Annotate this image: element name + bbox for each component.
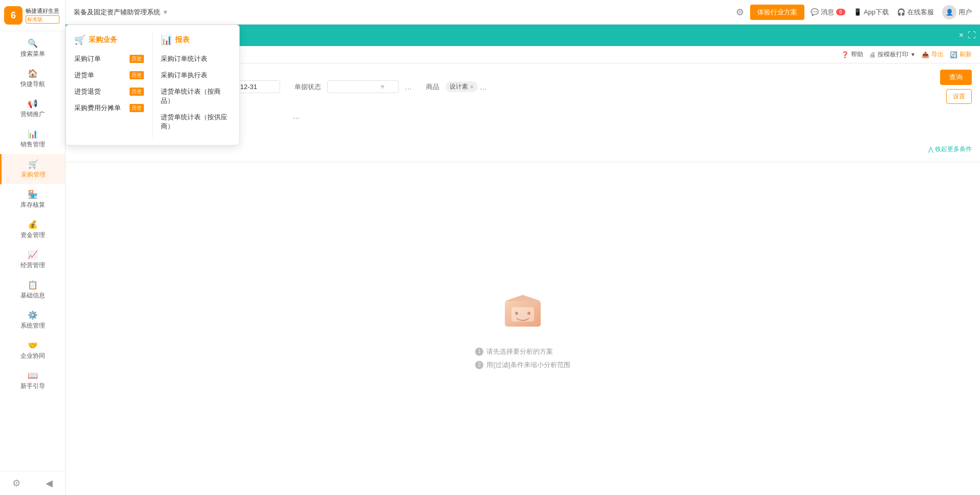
sidebar-settings-btn[interactable]: ⚙ [10,476,23,491]
dropdown-cols: 🛒 采购业务 采购订单 历史 进货单 历史 进货退货 历史 采购费用分摊单 历史 [66,31,239,139]
online-service-btn[interactable]: 🎧 在线客服 [897,8,934,17]
sidebar-item-system[interactable]: ⚙️ 系统管理 [0,305,65,335]
sidebar-item-inventory[interactable]: 🏪 库存核算 [0,184,65,214]
collapse-btn[interactable]: ⋀ 收起更多条件 [928,145,972,154]
dropdown-item-return[interactable]: 进货退货 历史 [74,83,144,100]
sidebar-item-basic-label: 基础信息 [20,291,45,300]
basic-icon: 📋 [28,280,38,290]
sidebar-item-inventory-label: 库存核算 [20,201,45,209]
sidebar-item-search-label: 搜索菜单 [20,50,45,58]
sidebar-item-finance[interactable]: 💰 资金管理 [0,214,65,245]
dropdown-item-po-exec[interactable]: 采购订单执行表 [161,67,231,83]
industry-btn[interactable]: 体验行业方案 [750,5,804,20]
operation-icon: 📈 [28,250,38,260]
empty-svg [497,286,548,332]
sidebar-item-sales[interactable]: 📊 销售管理 [0,124,65,154]
dropdown-item-inbound[interactable]: 进货单 历史 [74,67,144,83]
sidebar-item-basic[interactable]: 📋 基础信息 [0,275,65,305]
dropdown-item-inbound-by-supplier[interactable]: 进货单统计表（按供应商） [161,109,231,135]
home-icon: 🏠 [28,69,38,78]
search-icon: 🔍 [28,38,38,48]
print-icon: 🖨 [869,51,876,58]
system-icon: ⚙️ [28,310,38,320]
purchase-icon: 🛒 [28,159,38,169]
message-badge: 6 [836,9,845,15]
topbar: 装备及固定资产辅助管理系统 ▼ ⚙ 体验行业方案 💬 消息 6 📱 App下载 … [66,0,980,25]
help-icon: ❓ [841,51,849,58]
sidebar-item-system-label: 系统管理 [20,321,45,330]
sidebar-item-finance-label: 资金管理 [20,231,45,240]
dropdown-item-po-stat[interactable]: 采购订单统计表 [161,51,231,67]
sidebar-item-operation-label: 经营管理 [20,261,45,270]
order-status-select[interactable]: ▼ [327,80,399,93]
settings-btn[interactable]: 设置 [946,89,972,104]
refresh-icon: 🔄 [950,51,957,58]
report-col-icon: 📊 [161,34,172,46]
svg-point-4 [527,312,530,315]
goods-filter-area: 设计素 × ... [445,81,486,92]
topbar-settings-icon[interactable]: ⚙ [736,7,744,18]
sidebar-item-guide[interactable]: 📖 新手引导 [0,365,65,396]
system-title[interactable]: 装备及固定资产辅助管理系统 ▼ [74,8,730,17]
logo-icon: 6 [4,6,23,25]
finance-icon: 💰 [28,220,38,229]
sidebar-item-operation[interactable]: 📈 经营管理 [0,245,65,275]
logo-tag: 标准版 [26,15,59,24]
app-download-btn[interactable]: 📱 App下载 [854,8,889,17]
purchase-col: 🛒 采购业务 采购订单 历史 进货单 历史 进货退货 历史 采购费用分摊单 历史 [66,31,153,139]
sidebar-item-search[interactable]: 🔍 搜索菜单 [0,33,65,63]
goods-label: 商品 [426,82,439,92]
goods-tag: 设计素 × [445,81,478,92]
search-btn[interactable]: 查询 [940,70,972,85]
export-btn[interactable]: 📤 导出 [922,50,944,59]
message-icon: 💬 [811,8,819,16]
purchase-col-icon: 🛒 [74,34,86,46]
refresh-btn[interactable]: 🔄 刷新 [950,50,972,59]
order-status-label: 单据状态 [294,82,321,92]
history-badge-3: 历史 [130,104,144,112]
sidebar-collapse-btn[interactable]: ◀ [44,476,55,491]
purchase-dropdown-menu: 🛒 采购业务 采购订单 历史 进货单 历史 进货退货 历史 采购费用分摊单 历史 [66,25,240,145]
print-btn[interactable]: 🖨 按模板打印 ▼ [869,50,915,59]
dropdown-item-purchase-order[interactable]: 采购订单 历史 [74,51,144,67]
sidebar-nav: 🔍 搜索菜单 🏠 快捷导航 📢 营销推广 📊 销售管理 🛒 采购管理 🏪 [0,31,65,471]
goods-tag-close[interactable]: × [470,83,474,91]
tab-window-close-btn[interactable]: × [959,31,964,40]
tab-fullscreen-btn[interactable]: ⛶ [968,31,976,40]
guide-icon: 📖 [28,371,38,380]
sidebar-item-marketing[interactable]: 📢 营销推广 [0,94,65,124]
user-btn[interactable]: 👤 用户 [942,5,972,19]
dropdown-item-expense[interactable]: 采购费用分摊单 历史 [74,100,144,116]
inventory-icon: 🏪 [28,189,38,199]
step1-num: 1 [475,348,483,356]
sidebar-item-guide-label: 新手引导 [20,382,45,391]
goods-dots[interactable]: ... [480,82,486,92]
sidebar-item-purchase-label: 采购管理 [21,170,46,179]
sidebar-item-purchase[interactable]: 🛒 采购管理 [0,154,65,184]
sidebar-bottom: ⚙ ◀ [0,471,65,495]
collab-icon: 🤝 [28,340,38,350]
report-col: 📊 报表 采购订单统计表 采购订单执行表 进货单统计表（按商品） 进货单统计表（… [153,31,239,139]
salesperson-dots[interactable]: ... [293,112,300,121]
empty-image [497,286,548,337]
sidebar-item-quicknav[interactable]: 🏠 快捷导航 [0,63,65,94]
export-icon: 📤 [922,51,929,58]
logo-area: 6 畅捷通好生意 标准版 [0,0,65,31]
sidebar-item-collab[interactable]: 🤝 企业协同 [0,335,65,365]
phone-icon: 📱 [854,8,862,16]
marketing-icon: 📢 [28,99,38,109]
empty-state: 1 请先选择要分析的方案 2 用[过滤]条件来缩小分析范围 [66,162,980,495]
sidebar-item-collab-label: 企业协同 [20,352,45,360]
history-badge-0: 历史 [130,55,144,63]
sales-icon: 📊 [28,129,38,139]
help-btn[interactable]: ❓ 帮助 [841,50,863,59]
order-status-dots[interactable]: ... [405,82,412,92]
message-btn[interactable]: 💬 消息 6 [811,8,845,17]
sidebar: 6 畅捷通好生意 标准版 🔍 搜索菜单 🏠 快捷导航 📢 营销推广 📊 [0,0,66,495]
avatar: 👤 [942,5,956,19]
dropdown-item-inbound-by-goods[interactable]: 进货单统计表（按商品） [161,83,231,109]
headset-icon: 🎧 [897,8,905,16]
svg-marker-1 [505,295,541,301]
svg-point-3 [515,312,518,315]
empty-text: 1 请先选择要分析的方案 2 用[过滤]条件来缩小分析范围 [475,345,570,372]
